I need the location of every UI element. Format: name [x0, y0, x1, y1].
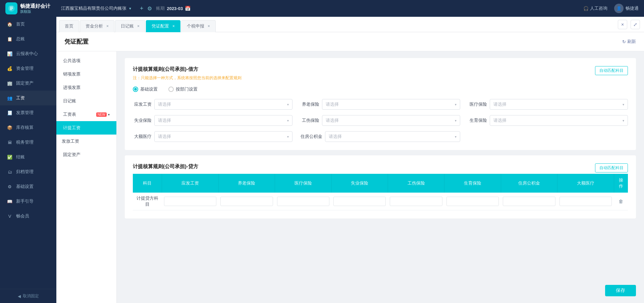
cell-住房公积金[interactable]: [501, 193, 557, 210]
tab-fund[interactable]: 资金分析 ×: [80, 20, 114, 32]
th-操作: 操作: [614, 174, 628, 193]
tab-home[interactable]: 首页: [59, 20, 79, 32]
cancel-fixed-button[interactable]: ◀ 取消固定: [0, 289, 56, 303]
left-nav-sales-invoice[interactable]: 销项发票: [56, 67, 116, 81]
chevron-down-icon: ▾: [455, 103, 457, 106]
input-工伤保险[interactable]: [390, 197, 442, 206]
sidebar-label-checkout: 结账: [16, 154, 25, 160]
fixed-icon: 🏢: [7, 80, 13, 86]
left-panel: 公共选项 销项发票 进项发票 日记账 工资表 NEW ▾ 计提工资 发放工资 固…: [56, 51, 117, 303]
select-失业保险[interactable]: 请选择 ▾: [154, 115, 292, 126]
input-生育保险[interactable]: [446, 197, 499, 206]
sidebar-item-fixed[interactable]: 🏢 固定资产: [0, 76, 56, 91]
input-养老保险[interactable]: [220, 197, 273, 206]
cancel-fixed-label: 取消固定: [23, 293, 39, 299]
radio-dept[interactable]: 按部门设置: [168, 86, 198, 92]
chevron-down-icon: ▾: [455, 119, 457, 122]
select-应发工资[interactable]: 请选择 ▾: [154, 99, 292, 110]
refresh-button[interactable]: ↻ 刷新: [622, 39, 636, 45]
close-icon[interactable]: ×: [106, 24, 109, 28]
cell-应发工资[interactable]: [162, 193, 218, 210]
sidebar-item-settings[interactable]: ⚙ 基础设置: [0, 179, 56, 194]
close-icon[interactable]: ×: [137, 24, 140, 28]
refresh-label: 刷新: [627, 39, 636, 45]
sidebar-item-inventory[interactable]: 📦 库存核算: [0, 120, 56, 135]
select-placeholder: 请选择: [158, 134, 171, 140]
chevron-down-icon: ▾: [287, 119, 289, 122]
calendar-icon[interactable]: 📅: [185, 6, 191, 11]
expand-button[interactable]: ⤢: [631, 20, 640, 29]
invoice-icon: 🧾: [7, 110, 13, 116]
input-医疗保险[interactable]: [277, 197, 329, 206]
sidebar-item-invoice[interactable]: 🧾 发票管理: [0, 105, 56, 120]
sidebar-item-archive[interactable]: 🗂 归档管理: [0, 164, 56, 179]
sidebar-item-checkout[interactable]: ✅ 结账: [0, 150, 56, 164]
left-nav-purchase-invoice[interactable]: 进项发票: [56, 81, 116, 94]
chevron-down-icon: ▾: [623, 103, 624, 106]
left-nav-fixed-assets[interactable]: 固定资产: [56, 148, 116, 161]
guide-icon: 📖: [7, 198, 13, 204]
sidebar-label-guide: 新手引导: [16, 198, 34, 204]
tab-tax[interactable]: 个税申报 ×: [181, 20, 216, 32]
select-生育保险[interactable]: 请选择 ▾: [490, 115, 628, 126]
delete-row-button[interactable]: 🗑: [619, 199, 623, 204]
cell-工伤保险[interactable]: [388, 193, 444, 210]
cell-养老保险[interactable]: [218, 193, 275, 210]
left-nav-public[interactable]: 公共选项: [56, 54, 116, 67]
settings-button[interactable]: ⚙: [147, 5, 152, 12]
th-养老保险: 养老保险: [218, 174, 275, 193]
sidebar-item-member[interactable]: V 畅会员: [0, 209, 56, 223]
select-大额医疗[interactable]: 请选择 ▾: [154, 131, 292, 142]
debit-section-title: 计提核算规则(公司承担)-借方: [133, 66, 628, 72]
credit-auto-match-button[interactable]: 自动匹配科目: [595, 163, 628, 172]
sidebar-item-salary[interactable]: 👥 工资: [0, 91, 56, 105]
sidebar-item-tax[interactable]: 🏛 税务管理: [0, 135, 56, 150]
tabbar-right: × ⤢: [618, 20, 644, 29]
debit-auto-match-button[interactable]: 自动匹配科目: [595, 66, 628, 75]
salary-icon: 👥: [7, 95, 13, 101]
select-工伤保险[interactable]: 请选择 ▾: [322, 115, 460, 126]
left-nav-issue-salary[interactable]: 发放工资: [56, 135, 116, 148]
sidebar-label-fixed: 固定资产: [16, 80, 34, 86]
left-nav-salary-table[interactable]: 工资表 NEW ▾: [56, 108, 116, 121]
sidebar-item-ledger[interactable]: 📋 总账: [0, 32, 56, 46]
tab-voucher-label: 凭证配置: [152, 23, 169, 29]
sidebar-label-member: 畅会员: [16, 213, 29, 219]
label-生育保险: 生育保险: [468, 117, 487, 123]
company-selector[interactable]: 江西服宝精品有限责任公司内账张 ▼: [61, 5, 132, 11]
label-大额医疗: 大额医疗: [133, 134, 152, 140]
close-all-button[interactable]: ×: [618, 20, 627, 29]
cell-医疗保险[interactable]: [275, 193, 331, 210]
sidebar-item-reports[interactable]: 📊 云报表中心: [0, 46, 56, 61]
cell-生育保险[interactable]: [444, 193, 501, 210]
sidebar-item-fund[interactable]: 💰 资金管理: [0, 61, 56, 76]
left-nav-pay-salary[interactable]: 计提工资: [56, 121, 116, 135]
input-大额医疗[interactable]: [559, 197, 612, 206]
select-住房公积金[interactable]: 请选择 ▾: [325, 131, 460, 142]
tab-voucher[interactable]: 凭证配置 ×: [146, 20, 180, 32]
save-button[interactable]: 保存: [605, 285, 636, 296]
select-养老保险[interactable]: 请选择 ▾: [322, 99, 460, 110]
sidebar-item-home[interactable]: 🏠 首页: [0, 17, 56, 32]
plus-icon: +: [140, 5, 144, 12]
close-icon[interactable]: ×: [208, 24, 210, 28]
label-工伤保险: 工伤保险: [301, 117, 319, 123]
field-住房公积金: 住房公积金 请选择 ▾: [301, 131, 460, 142]
close-icon[interactable]: ×: [172, 24, 175, 28]
cell-大额医疗[interactable]: [557, 193, 614, 210]
input-应发工资[interactable]: [164, 197, 216, 206]
left-nav-journal[interactable]: 日记账: [56, 94, 116, 108]
content-area: 首页 资金分析 × 日记账 × 凭证配置 × 个税申报 × × ⤢: [56, 17, 644, 303]
new-badge: NEW: [96, 112, 107, 117]
cell-操作[interactable]: 🗑: [614, 193, 628, 210]
cell-失业保险[interactable]: [331, 193, 388, 210]
ai-consult-button[interactable]: 🎧 人工咨询: [583, 5, 607, 11]
input-失业保险[interactable]: [333, 197, 386, 206]
sidebar-item-guide[interactable]: 📖 新手引导: [0, 194, 56, 209]
radio-basic[interactable]: 基础设置: [133, 86, 158, 92]
chevron-down-icon: ▾: [108, 113, 110, 116]
add-button[interactable]: +: [140, 5, 144, 12]
input-住房公积金[interactable]: [503, 197, 555, 206]
tab-journal[interactable]: 日记账 ×: [115, 20, 145, 32]
select-医疗保险[interactable]: 请选择 ▾: [490, 99, 628, 110]
